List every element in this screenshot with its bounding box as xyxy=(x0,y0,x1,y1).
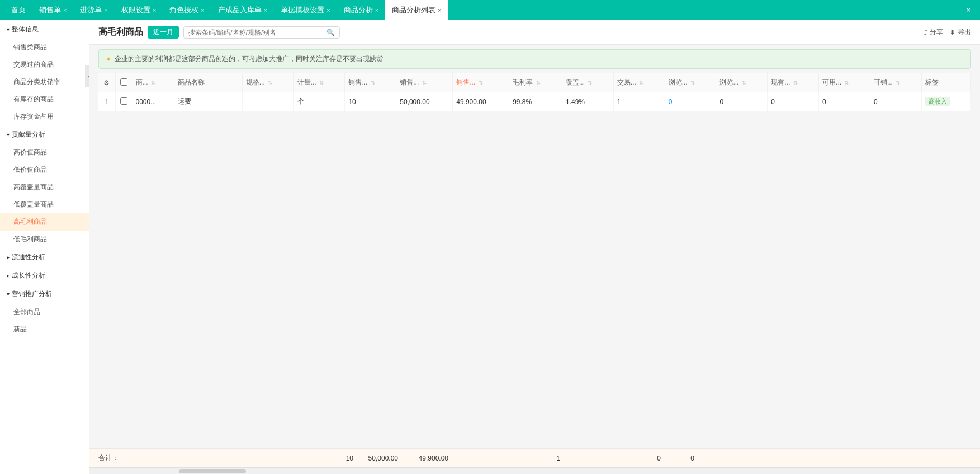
col-spec[interactable]: 规格... ⇅ xyxy=(242,73,293,92)
header-actions: ⤴ 分享 ⬇ 导出 xyxy=(924,27,971,37)
sidebar-item-traded-goods[interactable]: 交易过的商品 xyxy=(0,56,89,73)
nav-roles[interactable]: 角色授权 × xyxy=(163,0,211,20)
sidebar-group-circulation[interactable]: ▸ 流通性分析 xyxy=(0,248,89,266)
row-unit: 个 xyxy=(293,92,345,111)
col-tag[interactable]: 标签 xyxy=(921,73,970,92)
col-browse2[interactable]: 浏览... ⇅ xyxy=(716,73,768,92)
sort-icon-10: ⇅ xyxy=(690,79,695,86)
nav-close-sales[interactable]: × xyxy=(63,7,67,13)
nav-sales-order[interactable]: 销售单 × xyxy=(32,0,73,20)
share-button[interactable]: ⤴ 分享 xyxy=(924,27,943,37)
sidebar-item-all-goods[interactable]: 全部商品 xyxy=(0,303,89,321)
nav-close-product-inbound[interactable]: × xyxy=(264,7,267,13)
row-browse2: 0 xyxy=(716,92,768,111)
nav-permissions[interactable]: 权限设置 × xyxy=(115,0,163,20)
col-transaction[interactable]: 交易... ⇅ xyxy=(613,73,665,92)
sort-icon-11: ⇅ xyxy=(742,79,746,86)
nav-close-analysis[interactable]: × xyxy=(375,7,378,13)
sidebar-group-overall[interactable]: ▾ 整体信息 xyxy=(0,20,89,39)
nav-purchase[interactable]: 进货单 × xyxy=(73,0,114,20)
row-spec xyxy=(242,92,293,111)
sort-icon-3: ⇅ xyxy=(319,79,324,86)
search-input[interactable] xyxy=(188,29,326,36)
sidebar-group-marketing[interactable]: ▾ 营销推广分析 xyxy=(0,285,89,303)
sort-icon-14: ⇅ xyxy=(896,79,900,86)
sidebar-collapse-button[interactable]: « xyxy=(85,65,89,87)
col-name[interactable]: 商品名称 xyxy=(174,73,243,92)
export-icon: ⬇ xyxy=(950,29,955,36)
sidebar-item-in-stock[interactable]: 有库存的商品 xyxy=(0,91,89,108)
table-header-row: ⚙ 商... ⇅ 商品名称 规格... ⇅ xyxy=(98,73,971,92)
sidebar-item-stock-capital[interactable]: 库存资金占用 xyxy=(0,108,89,125)
content-header: 高毛利商品 近一月 🔍 ⤴ 分享 ⬇ 导出 xyxy=(89,20,980,45)
info-banner: ✦ 企业的主要的利润都是这部分商品创造的，可考虑加大推广，同时关注库存是不要出现… xyxy=(98,49,971,69)
row-coverage: 1.49% xyxy=(562,92,614,111)
close-all-tabs[interactable]: × xyxy=(962,5,976,15)
search-box: 🔍 xyxy=(183,26,340,39)
sidebar-item-low-coverage[interactable]: 低覆盖量商品 xyxy=(0,196,89,213)
sidebar-group-contribution[interactable]: ▾ 贡献量分析 xyxy=(0,125,89,144)
horizontal-scrollbar[interactable] xyxy=(89,467,980,474)
nav-product-analysis-list[interactable]: 商品分析列表 × xyxy=(385,0,448,20)
footer-bar: 合计： 10 50,000.00 49,900.00 1 0 0 xyxy=(89,448,980,467)
sidebar-item-high-margin[interactable]: 高毛利商品 xyxy=(0,213,89,231)
time-filter-button[interactable]: 近一月 xyxy=(148,26,179,39)
row-browse1[interactable]: 0 xyxy=(665,92,716,111)
col-coverage[interactable]: 覆盖... ⇅ xyxy=(562,73,614,92)
col-settings[interactable]: ⚙ xyxy=(98,73,115,92)
col-saleable[interactable]: 可销... ⇅ xyxy=(870,73,921,92)
row-sales-qty: 10 xyxy=(345,92,396,111)
row-transaction: 1 xyxy=(613,92,665,111)
select-all-checkbox[interactable] xyxy=(120,78,127,86)
sidebar-item-low-margin[interactable]: 低毛利商品 xyxy=(0,231,89,248)
nav-home[interactable]: 首页 xyxy=(4,0,32,20)
col-sales-qty[interactable]: 销售... ⇅ xyxy=(345,73,396,92)
arrow-right-icon: ▸ xyxy=(7,254,10,260)
sidebar-item-category-rate[interactable]: 商品分类助销率 xyxy=(0,73,89,91)
nav-close-roles[interactable]: × xyxy=(201,7,204,13)
col-code[interactable]: 商... ⇅ xyxy=(132,73,174,92)
top-nav: 首页 销售单 × 进货单 × 权限设置 × 角色授权 × 产成品入库单 × 单据… xyxy=(0,0,980,20)
footer-label: 合计： xyxy=(98,453,119,463)
footer-sales-cost: 49,900.00 xyxy=(404,454,454,462)
scrollbar-thumb[interactable] xyxy=(179,469,246,473)
row-select-checkbox[interactable] xyxy=(120,97,127,105)
arrow-right-icon-2: ▸ xyxy=(7,273,10,279)
content-area: 高毛利商品 近一月 🔍 ⤴ 分享 ⬇ 导出 ✦ 企业的主要的利润都是这部分 xyxy=(89,20,980,474)
col-sales-amount[interactable]: 销售... ⇅ xyxy=(396,73,453,92)
sidebar-item-new-goods[interactable]: 新品 xyxy=(0,321,89,338)
col-gross-margin[interactable]: 毛利率 ⇅ xyxy=(509,73,562,92)
export-button[interactable]: ⬇ 导出 xyxy=(950,27,971,37)
sidebar-item-sales-goods[interactable]: 销售类商品 xyxy=(0,39,89,56)
sidebar-item-high-value[interactable]: 高价值商品 xyxy=(0,144,89,161)
nav-product-inbound[interactable]: 产成品入库单 × xyxy=(211,0,274,20)
nav-close-template[interactable]: × xyxy=(326,7,330,13)
sidebar: « ▾ 整体信息 销售类商品 交易过的商品 商品分类助销率 有库存的商品 库存资… xyxy=(0,20,89,474)
nav-product-analysis[interactable]: 商品分析 × xyxy=(337,0,385,20)
row-tag: 高收入 xyxy=(921,92,970,111)
nav-close-analysis-list[interactable]: × xyxy=(438,7,441,13)
nav-template[interactable]: 单据模板设置 × xyxy=(274,0,337,20)
col-current-stock[interactable]: 现有... ⇅ xyxy=(768,73,819,92)
col-browse1[interactable]: 浏览... ⇅ xyxy=(665,73,716,92)
page-title: 高毛利商品 xyxy=(98,26,143,38)
row-num: 1 xyxy=(98,92,115,111)
table-container: ⚙ 商... ⇅ 商品名称 规格... ⇅ xyxy=(89,73,980,448)
sidebar-group-growth[interactable]: ▸ 成长性分析 xyxy=(0,266,89,285)
col-available[interactable]: 可用... ⇅ xyxy=(819,73,870,92)
sort-icon: ⇅ xyxy=(151,79,155,86)
nav-close-purchase[interactable]: × xyxy=(104,7,107,13)
footer-current-stock: 0 xyxy=(627,454,661,462)
table-row: 1 0000... 运费 个 10 50,000.00 49,900.00 99… xyxy=(98,92,971,111)
sidebar-item-high-coverage[interactable]: 高覆盖量商品 xyxy=(0,179,89,196)
col-sales-cost[interactable]: 销售... ⇅ xyxy=(453,73,509,92)
footer-transaction: 1 xyxy=(521,454,560,462)
row-checkbox[interactable] xyxy=(115,92,132,111)
search-icon[interactable]: 🔍 xyxy=(326,29,335,36)
nav-close-permissions[interactable]: × xyxy=(153,7,156,13)
row-gross-margin: 99.8% xyxy=(509,92,562,111)
col-checkbox[interactable] xyxy=(115,73,132,92)
col-unit[interactable]: 计量... ⇅ xyxy=(293,73,345,92)
sidebar-item-low-value[interactable]: 低价值商品 xyxy=(0,161,89,179)
footer-sales-qty: 10 xyxy=(320,454,353,462)
